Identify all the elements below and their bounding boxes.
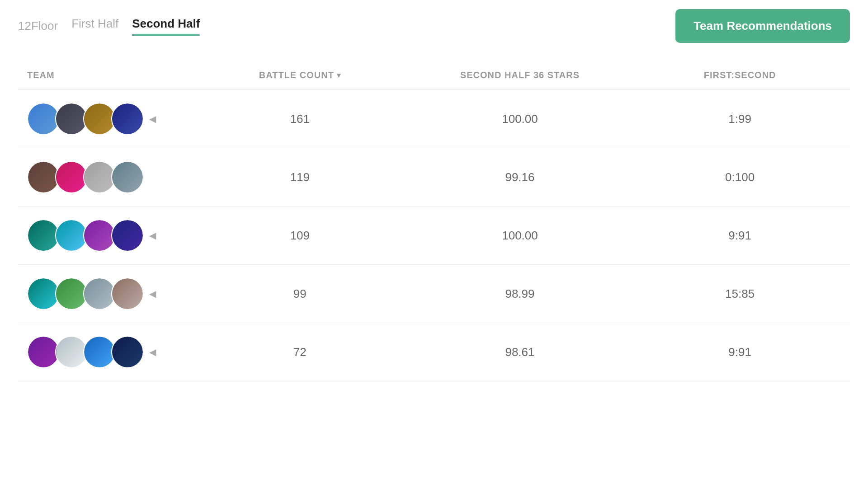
second-half-stars-value: 98.61	[410, 345, 630, 359]
avatar	[111, 219, 144, 252]
play-icon[interactable]: ◀	[149, 288, 156, 299]
col-second-half-stars: SECOND HALF 36 STARS	[410, 70, 630, 80]
play-icon[interactable]: ◀	[149, 230, 156, 241]
first-second-value: 1:99	[630, 112, 850, 126]
avatar-group	[27, 336, 144, 368]
avatar-group	[27, 161, 144, 193]
battle-count-value: 109	[190, 229, 410, 243]
team-cell: ◀	[18, 103, 190, 135]
team-cell: ◀	[18, 219, 190, 252]
table-row: ◀9998.9915:85	[18, 265, 850, 323]
play-icon[interactable]: ◀	[149, 347, 156, 357]
team-cell	[18, 161, 190, 193]
first-second-value: 9:91	[630, 345, 850, 359]
sort-icon: ▾	[337, 71, 341, 80]
tab-second-half[interactable]: Second Half	[132, 17, 200, 36]
avatar-group	[27, 277, 144, 310]
table-row: 11999.160:100	[18, 148, 850, 206]
first-second-value: 15:85	[630, 287, 850, 301]
second-half-stars-value: 100.00	[410, 112, 630, 126]
floor-label[interactable]: 12Floor	[18, 19, 58, 33]
avatar-group	[27, 219, 144, 252]
page-header: 12Floor First Half Second Half Team Reco…	[0, 0, 868, 43]
battle-count-value: 119	[190, 170, 410, 184]
avatar	[111, 161, 144, 193]
col-team: TEAM	[18, 70, 190, 80]
col-battle-count[interactable]: BATTLE COUNT ▾	[190, 70, 410, 80]
play-icon[interactable]: ◀	[149, 113, 156, 124]
avatar	[111, 277, 144, 310]
table-row: ◀161100.001:99	[18, 90, 850, 148]
avatar	[111, 336, 144, 368]
battle-count-value: 161	[190, 112, 410, 126]
table-body: ◀161100.001:9911999.160:100◀109100.009:9…	[18, 90, 850, 381]
table-row: ◀109100.009:91	[18, 206, 850, 265]
battle-count-value: 99	[190, 287, 410, 301]
table-wrapper: TEAM BATTLE COUNT ▾ SECOND HALF 36 STARS…	[0, 43, 868, 381]
team-recommendations-button[interactable]: Team Recommendations	[675, 9, 850, 43]
second-half-stars-value: 100.00	[410, 229, 630, 243]
avatar-group	[27, 103, 144, 135]
first-second-value: 9:91	[630, 229, 850, 243]
avatar	[111, 103, 144, 135]
team-cell: ◀	[18, 277, 190, 310]
table-header: TEAM BATTLE COUNT ▾ SECOND HALF 36 STARS…	[18, 61, 850, 90]
second-half-stars-value: 98.99	[410, 287, 630, 301]
table-row: ◀7298.619:91	[18, 323, 850, 381]
first-second-value: 0:100	[630, 170, 850, 184]
battle-count-value: 72	[190, 345, 410, 359]
tab-first-half[interactable]: First Half	[71, 17, 118, 36]
second-half-stars-value: 99.16	[410, 170, 630, 184]
nav-tabs: 12Floor First Half Second Half	[18, 17, 200, 36]
team-cell: ◀	[18, 336, 190, 368]
col-first-second: FIRST:SECOND	[630, 70, 850, 80]
